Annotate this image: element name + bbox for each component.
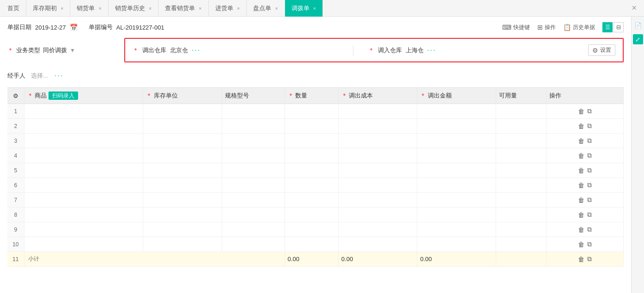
row-cost[interactable] — [338, 104, 417, 119]
row-delete-icon[interactable]: 🗑 — [578, 152, 584, 159]
row-copy-icon[interactable]: ⧉ — [587, 152, 592, 159]
row-quantity[interactable] — [285, 119, 338, 134]
tab-home[interactable]: 首页 — [4, 0, 26, 17]
row-quantity[interactable] — [285, 208, 338, 222]
ops-btn[interactable]: ⊞ 操作 — [537, 24, 556, 31]
row-quantity[interactable] — [285, 193, 338, 208]
col-gear[interactable]: ⚙ — [7, 88, 24, 104]
tab-inventory[interactable]: 盘点单 × — [247, 0, 285, 17]
row-copy-icon[interactable]: ⧉ — [587, 211, 592, 219]
tab-purchase[interactable]: 进货单 × — [209, 0, 247, 17]
row-cost[interactable] — [338, 237, 417, 252]
row-cost[interactable] — [338, 193, 417, 208]
row-amount[interactable] — [417, 237, 496, 252]
tab-close-inventory[interactable]: × — [275, 6, 278, 11]
tab-close-purchase[interactable]: × — [237, 6, 240, 11]
row-copy-icon[interactable]: ⧉ — [587, 240, 592, 248]
row-spec[interactable] — [222, 104, 285, 119]
row-product[interactable] — [24, 208, 143, 222]
row-product[interactable] — [24, 222, 143, 237]
row-cost[interactable] — [338, 148, 417, 163]
row-spec[interactable] — [222, 237, 285, 252]
row-quantity[interactable] — [285, 222, 338, 237]
row-delete-icon[interactable]: 🗑 — [578, 122, 584, 130]
row-product[interactable] — [24, 193, 143, 208]
row-unit[interactable] — [143, 148, 222, 163]
row-amount[interactable] — [417, 208, 496, 222]
row-spec[interactable] — [222, 134, 285, 148]
row-copy-icon[interactable]: ⧉ — [587, 226, 592, 233]
row-delete-icon[interactable]: 🗑 — [578, 137, 584, 145]
tab-close-sales-order[interactable]: × — [98, 6, 101, 11]
tab-close-transfer[interactable]: × — [313, 6, 316, 11]
transfer-out-more[interactable]: ··· — [192, 46, 200, 55]
row-product[interactable] — [24, 163, 143, 178]
row-unit[interactable] — [143, 222, 222, 237]
row-delete-icon[interactable]: 🗑 — [578, 226, 584, 233]
row-amount[interactable] — [417, 119, 496, 134]
tab-close-sales-history[interactable]: × — [149, 6, 152, 11]
row-quantity[interactable] — [285, 237, 338, 252]
row-spec[interactable] — [222, 178, 285, 193]
row-copy-icon[interactable]: ⧉ — [587, 166, 592, 174]
row-delete-icon[interactable]: 🗑 — [578, 196, 584, 204]
settings-btn[interactable]: ⚙ 设置 — [588, 44, 615, 56]
shortcut-btn[interactable]: ⌨ 快捷键 — [502, 24, 530, 31]
row-unit[interactable] — [143, 134, 222, 148]
row-cost[interactable] — [338, 208, 417, 222]
row-product[interactable] — [24, 148, 143, 163]
row-amount[interactable] — [417, 104, 496, 119]
sidebar-doc-icon[interactable]: 📄 — [633, 20, 643, 31]
handler-more[interactable]: ··· — [55, 72, 63, 80]
sidebar-expand-icon[interactable]: ⤢ — [633, 34, 643, 44]
row-delete-icon[interactable]: 🗑 — [578, 108, 584, 115]
business-type-select[interactable]: 同价调拨 ▼ — [43, 46, 117, 55]
row-cost[interactable] — [338, 119, 417, 134]
row-product[interactable] — [24, 134, 143, 148]
scan-btn[interactable]: 扫码录入 — [49, 92, 78, 100]
tab-stock-init[interactable]: 库存期初 × — [26, 0, 70, 17]
row-spec[interactable] — [222, 119, 285, 134]
row-unit[interactable] — [143, 104, 222, 119]
row-quantity[interactable] — [285, 104, 338, 119]
row-spec[interactable] — [222, 193, 285, 208]
row-amount[interactable] — [417, 134, 496, 148]
row-unit[interactable] — [143, 163, 222, 178]
row-cost[interactable] — [338, 178, 417, 193]
row-spec[interactable] — [222, 208, 285, 222]
row-amount[interactable] — [417, 148, 496, 163]
row-unit[interactable] — [143, 178, 222, 193]
row-quantity[interactable] — [285, 163, 338, 178]
tab-view-sales[interactable]: 查看销货单 × — [158, 0, 208, 17]
list-view-btn[interactable]: ☰ — [602, 22, 613, 32]
tab-transfer[interactable]: 调拨单 × — [285, 0, 323, 17]
row-unit[interactable] — [143, 237, 222, 252]
tab-close-view-sales[interactable]: × — [199, 6, 201, 11]
row-amount[interactable] — [417, 222, 496, 237]
row-unit[interactable] — [143, 119, 222, 134]
row-cost[interactable] — [338, 163, 417, 178]
tab-sales-history[interactable]: 销货单历史 × — [109, 0, 158, 17]
row-amount[interactable] — [417, 178, 496, 193]
row-cost[interactable] — [338, 134, 417, 148]
row-spec[interactable] — [222, 222, 285, 237]
row-amount[interactable] — [417, 193, 496, 208]
row-copy-icon[interactable]: ⧉ — [587, 107, 592, 115]
window-close-btn[interactable]: × — [628, 3, 640, 13]
history-btn[interactable]: 📋 历史单据 — [563, 24, 595, 31]
tab-close-stock-init[interactable]: × — [61, 6, 63, 11]
row-cost[interactable] — [338, 222, 417, 237]
row-delete-icon[interactable]: 🗑 — [578, 211, 584, 219]
row-unit[interactable] — [143, 193, 222, 208]
row-copy-icon[interactable]: ⧉ — [587, 137, 592, 145]
row-delete-icon[interactable]: 🗑 — [578, 167, 584, 174]
row-unit[interactable] — [143, 208, 222, 222]
row-quantity[interactable] — [285, 178, 338, 193]
row-delete-icon[interactable]: 🗑 — [578, 241, 584, 248]
tab-sales-order[interactable]: 销货单 × — [70, 0, 108, 17]
row-product[interactable] — [24, 104, 143, 119]
handler-value[interactable]: 选择... — [31, 72, 48, 80]
row-quantity[interactable] — [285, 148, 338, 163]
row-copy-icon[interactable]: ⧉ — [587, 255, 592, 263]
calendar-icon[interactable]: 📅 — [70, 24, 78, 31]
